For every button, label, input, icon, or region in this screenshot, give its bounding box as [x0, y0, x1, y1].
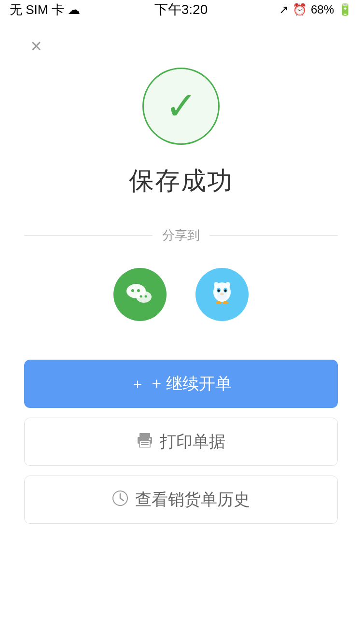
main-content: ✓ 保存成功 分享到	[0, 58, 362, 524]
success-title: 保存成功	[129, 164, 233, 198]
printer-icon	[137, 433, 153, 451]
print-label: 打印单据	[160, 431, 225, 453]
plus-icon: ＋	[130, 374, 145, 394]
close-button[interactable]: ×	[24, 34, 48, 58]
continue-label: + 继续开单	[152, 373, 231, 395]
no-sim-label: 无 SIM 卡 ☁	[10, 1, 80, 18]
history-label: 查看销货单历史	[135, 489, 250, 511]
battery-label: 68%	[311, 3, 334, 16]
share-divider: 分享到	[24, 227, 338, 244]
alarm-icon: ⏰	[292, 3, 307, 16]
wechat-icon	[125, 281, 154, 308]
svg-point-4	[140, 295, 142, 298]
divider-line-right	[209, 235, 338, 236]
svg-point-9	[218, 290, 220, 292]
svg-point-16	[225, 282, 230, 288]
print-button[interactable]: 打印单据	[24, 418, 338, 466]
svg-point-22	[149, 438, 151, 440]
svg-line-25	[120, 498, 124, 501]
close-icon: ×	[30, 36, 42, 56]
wechat-share-button[interactable]	[113, 268, 167, 321]
clock-icon	[112, 490, 128, 510]
svg-point-13	[223, 301, 228, 304]
svg-point-1	[136, 291, 152, 303]
share-label: 分享到	[162, 227, 200, 244]
action-buttons: ＋ + 继续开单 打印单据	[24, 360, 338, 524]
svg-point-3	[137, 289, 140, 292]
status-left: 无 SIM 卡 ☁	[10, 1, 80, 18]
svg-rect-17	[139, 433, 150, 437]
status-right: ↗ ⏰ 68% 🔋	[279, 3, 352, 16]
qq-share-button[interactable]	[195, 268, 249, 321]
success-icon-circle: ✓	[142, 68, 220, 145]
svg-rect-20	[141, 442, 149, 443]
svg-point-2	[131, 289, 134, 292]
svg-point-10	[224, 290, 227, 292]
svg-point-14	[217, 292, 227, 300]
divider-line-left	[24, 235, 153, 236]
qq-icon	[210, 280, 234, 309]
continue-button[interactable]: ＋ + 继续开单	[24, 360, 338, 408]
share-icons-row	[113, 268, 249, 321]
svg-point-15	[214, 282, 219, 288]
svg-point-5	[145, 295, 147, 298]
location-icon: ↗	[279, 3, 289, 16]
status-time: 下午3:20	[154, 0, 208, 19]
status-bar: 无 SIM 卡 ☁ 下午3:20 ↗ ⏰ 68% 🔋	[0, 0, 362, 19]
svg-point-12	[216, 301, 222, 304]
svg-rect-21	[141, 444, 149, 445]
battery-icon: 🔋	[338, 3, 352, 16]
history-button[interactable]: 查看销货单历史	[24, 476, 338, 524]
checkmark-icon: ✓	[165, 87, 197, 126]
